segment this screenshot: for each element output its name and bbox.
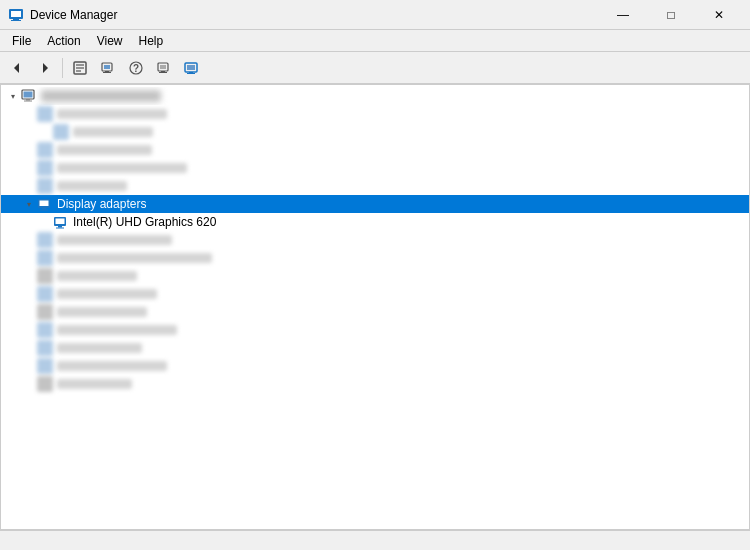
- tree-item-display-adapters[interactable]: ▾ Display adapters: [1, 195, 749, 213]
- display-adapter-folder-icon: [37, 196, 53, 212]
- expand-icon-display-adapters: ▾: [21, 196, 37, 212]
- list-item: [1, 105, 749, 123]
- root-label: [41, 90, 161, 102]
- svg-rect-31: [40, 210, 48, 211]
- toolbar: ?: [0, 52, 750, 84]
- list-item: [1, 375, 749, 393]
- list-item: [1, 357, 749, 375]
- window-title: Device Manager: [30, 8, 600, 22]
- status-bar: [0, 530, 750, 550]
- list-item: [1, 159, 749, 177]
- list-item: [1, 285, 749, 303]
- list-item: [1, 339, 749, 357]
- svg-rect-34: [58, 226, 62, 228]
- app-icon: [8, 7, 24, 23]
- svg-rect-21: [187, 65, 195, 70]
- tree-item-root[interactable]: ▾: [1, 87, 749, 105]
- svg-rect-35: [56, 228, 64, 229]
- maximize-button[interactable]: □: [648, 0, 694, 30]
- svg-rect-29: [40, 201, 49, 207]
- menu-bar: File Action View Help: [0, 30, 750, 52]
- toolbar-separator-1: [62, 58, 63, 78]
- window-controls: — □ ✕: [600, 0, 742, 30]
- list-item: [1, 177, 749, 195]
- main-content-area: ▾: [0, 84, 750, 530]
- close-button[interactable]: ✕: [696, 0, 742, 30]
- show-devices-button[interactable]: [179, 55, 205, 81]
- list-item: [1, 231, 749, 249]
- svg-rect-30: [42, 208, 46, 210]
- svg-text:?: ?: [133, 63, 139, 74]
- list-item: [1, 141, 749, 159]
- svg-rect-11: [104, 65, 110, 69]
- display-adapters-label: Display adapters: [57, 197, 146, 211]
- forward-button[interactable]: [32, 55, 58, 81]
- list-item: [1, 321, 749, 339]
- svg-rect-1: [11, 11, 21, 17]
- svg-rect-25: [24, 92, 33, 98]
- svg-rect-23: [187, 73, 195, 74]
- svg-marker-4: [14, 63, 19, 73]
- expand-icon-root: ▾: [5, 88, 21, 104]
- menu-file[interactable]: File: [4, 32, 39, 50]
- device-tree[interactable]: ▾: [1, 85, 749, 529]
- svg-rect-19: [159, 72, 167, 73]
- back-button[interactable]: [4, 55, 30, 81]
- menu-action[interactable]: Action: [39, 32, 88, 50]
- svg-rect-33: [56, 219, 65, 225]
- intel-uhd-label: Intel(R) UHD Graphics 620: [73, 215, 216, 229]
- svg-rect-27: [24, 101, 32, 102]
- minimize-button[interactable]: —: [600, 0, 646, 30]
- properties-button[interactable]: [67, 55, 93, 81]
- disable-button[interactable]: [151, 55, 177, 81]
- menu-view[interactable]: View: [89, 32, 131, 50]
- title-bar: Device Manager — □ ✕: [0, 0, 750, 30]
- tree-item-intel-uhd[interactable]: Intel(R) UHD Graphics 620: [1, 213, 749, 231]
- computer-icon: [21, 88, 37, 104]
- menu-help[interactable]: Help: [131, 32, 172, 50]
- graphics-card-icon: [53, 214, 69, 230]
- svg-rect-13: [103, 72, 111, 73]
- list-item: [1, 267, 749, 285]
- list-item: [1, 303, 749, 321]
- svg-rect-3: [11, 20, 21, 21]
- svg-marker-5: [43, 63, 48, 73]
- svg-rect-26: [26, 99, 30, 101]
- update-driver-button[interactable]: [95, 55, 121, 81]
- help-button[interactable]: ?: [123, 55, 149, 81]
- list-item: [1, 249, 749, 267]
- svg-rect-17: [160, 65, 166, 69]
- list-item: [1, 123, 749, 141]
